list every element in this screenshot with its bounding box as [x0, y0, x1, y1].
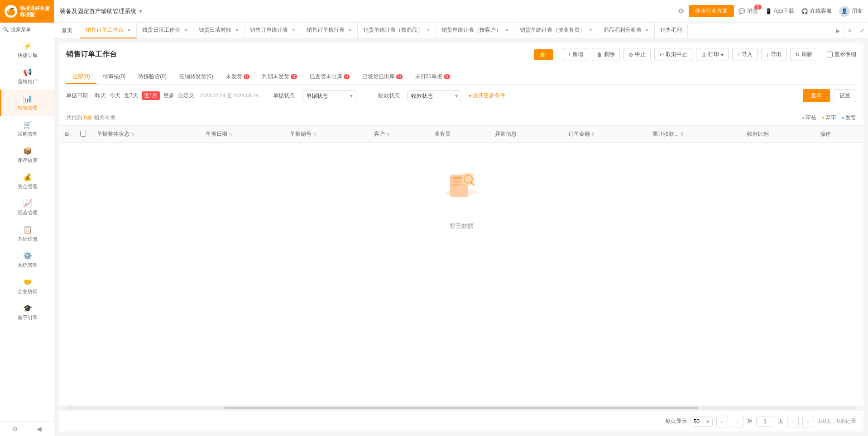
page-input[interactable] — [756, 417, 774, 427]
export-btn[interactable]: ↓ 导出 — [761, 48, 786, 61]
tab-sales-by-product[interactable]: 销货单统计表（按商品） ✕ — [358, 23, 436, 38]
select-all-checkbox[interactable] — [80, 131, 86, 137]
scrollbar-thumb[interactable] — [224, 407, 698, 409]
sort-icon-number[interactable]: ⇅ — [313, 132, 317, 137]
date-custom[interactable]: 自定义 — [178, 92, 194, 100]
user-menu[interactable]: 👤 用友 — [839, 6, 863, 17]
print-btn[interactable]: 🖨 打印 ▾ — [696, 48, 729, 61]
last-page-btn[interactable]: » — [802, 416, 814, 427]
status-select[interactable]: 单据状态 — [302, 90, 356, 101]
payment-select[interactable]: 收款状态 — [407, 90, 461, 101]
prev-page-btn[interactable]: ‹ — [732, 416, 743, 427]
sort-icon-customer[interactable]: ⇅ — [386, 132, 390, 137]
tab-close-all-btn[interactable]: ✕ — [844, 23, 856, 39]
tab-gross-profit[interactable]: 商品毛利分析表 ✕ — [598, 23, 655, 38]
refresh-btn[interactable]: ↻ 刷新 — [790, 48, 817, 61]
sort-icon-status[interactable]: ⇅ — [131, 132, 134, 137]
sort-icon-amount[interactable]: ⇅ — [591, 132, 595, 137]
tab-fullscreen-btn[interactable]: ⤢ — [856, 23, 868, 39]
show-detail-checkbox[interactable] — [827, 52, 833, 57]
sidebar-item-operations[interactable]: 📈 经营管理 — [0, 194, 54, 221]
tab-cash-reconcile[interactable]: 钱货日清对账 ✕ — [193, 23, 245, 38]
tab-close-sales-exec[interactable]: ✕ — [348, 28, 352, 33]
sort-icon-date[interactable]: ⇅ — [229, 132, 232, 137]
filter-tab-wangpu[interactable]: 旺铺待发货(0) — [173, 70, 220, 84]
sidebar-item-inventory[interactable]: 📦 库存核算 — [0, 142, 54, 168]
sidebar-item-quick-nav[interactable]: ⚡ 快捷导航 — [0, 37, 54, 63]
delete-btn[interactable]: 🗑 删除 — [592, 48, 620, 61]
sidebar-item-basic[interactable]: 📋 基础信息 — [0, 221, 54, 247]
quick-ship-btn[interactable]: 发货 — [842, 114, 856, 122]
show-detail-toggle[interactable]: 显示明细 — [827, 51, 856, 58]
tab-sales-workbench[interactable]: 销售订单工作台 ✕ — [80, 23, 137, 38]
cancel-abort-btn[interactable]: ↩ 取消中止 — [654, 48, 692, 61]
settings-bottom-icon[interactable]: ⚙ — [12, 425, 18, 432]
collapse-icon[interactable]: ◀ — [37, 425, 42, 432]
col-customer: 客户⇅ — [369, 126, 428, 143]
tab-scroll-right-btn[interactable]: ▶ — [832, 23, 844, 39]
message-btn[interactable]: 💬 消息 6 — [739, 7, 758, 15]
date-today[interactable]: 今天 — [110, 92, 120, 100]
col-settings[interactable]: ⚙ — [59, 126, 75, 143]
sort-icon-collected[interactable]: ⇅ — [680, 132, 684, 137]
tab-close-sales-stats[interactable]: ✕ — [292, 28, 295, 33]
date-1month[interactable]: 近1月 — [142, 91, 160, 100]
tab-sales-exec[interactable]: 销售订单执行表 ✕ — [301, 23, 358, 38]
filter-tabs: 全部(0) 待审核(0) 待拣验货(0) 旺铺待发货(0) 未发货0 到期未发货… — [66, 70, 856, 85]
date-yesterday[interactable]: 昨天 — [95, 92, 106, 100]
tab-close-by-staff[interactable]: ✕ — [589, 28, 592, 33]
online-service-btn[interactable]: 🎧 在线客服 — [801, 7, 832, 15]
page-size-select[interactable]: 10 20 50 100 — [691, 417, 713, 427]
app-download-btn[interactable]: 📱 App下载 — [765, 7, 794, 15]
filter-tab-all[interactable]: 全部(0) — [66, 70, 96, 84]
tab-cash-daily[interactable]: 钱货日清工作台 ✕ — [137, 23, 193, 38]
tab-close-cash-daily[interactable]: ✕ — [184, 28, 187, 33]
sidebar-item-finance[interactable]: 💰 资金管理 — [0, 168, 54, 194]
filter-tab-pending-inspect[interactable]: 待拣验货(0) — [132, 70, 173, 84]
tab-sales-profit[interactable]: 销售毛利 — [655, 23, 688, 38]
sidebar-item-purchase[interactable]: 🛒 采购管理 — [0, 116, 54, 142]
tab-close-by-customer[interactable]: ✕ — [505, 28, 508, 33]
sidebar-item-collab[interactable]: 🤝 企业协同 — [0, 273, 54, 299]
industry-btn[interactable]: 体验行业方案 — [689, 5, 734, 17]
search-btn[interactable]: 查询 — [803, 89, 830, 102]
import-btn[interactable]: ↑ 导入 — [732, 48, 758, 61]
search-menu[interactable]: 🔍 搜索菜单 — [0, 23, 54, 37]
scrollbar-track — [66, 407, 856, 409]
topbar-gear-icon[interactable]: ⚙ — [678, 7, 684, 15]
col-checkbox[interactable] — [75, 126, 91, 143]
filter-tab-shipped-out[interactable]: 已发货已出库0 — [356, 70, 409, 84]
tab-home[interactable]: 首页 — [54, 23, 80, 38]
page-header: 销售订单工作台 ⭐ + 新增 🗑 删除 ⊘ 中止 — [59, 43, 863, 66]
settings-btn[interactable]: 设置 — [834, 89, 856, 102]
filter-tab-not-shipped[interactable]: 未发货0 — [220, 70, 256, 84]
next-page-btn[interactable]: › — [787, 416, 799, 427]
add-btn[interactable]: + 新增 — [563, 48, 588, 61]
sidebar-item-sales[interactable]: 📊 销售管理 — [0, 90, 54, 116]
tab-close-cash-reconcile[interactable]: ✕ — [235, 28, 239, 33]
filter-tab-shipped-not-out[interactable]: 已发货未出库0 — [303, 70, 356, 84]
filter-tab-pending-review[interactable]: 待审核(0) — [96, 70, 132, 84]
filter-tab-overdue[interactable]: 到期未发货0 — [256, 70, 303, 84]
sidebar-item-marketing[interactable]: 📢 营销推广 — [0, 63, 54, 90]
tab-sales-stats[interactable]: 销售订单统计表 ✕ — [245, 23, 301, 38]
empty-illustration — [439, 161, 484, 215]
tab-close-by-product[interactable]: ✕ — [427, 28, 430, 33]
horizontal-scrollbar[interactable] — [59, 405, 863, 411]
smart-generate-btn[interactable]: ⭐ — [534, 49, 553, 60]
sidebar-item-guide[interactable]: 🎓 新手引导 — [0, 299, 54, 326]
first-page-btn[interactable]: « — [716, 416, 728, 427]
quick-cancel-audit-btn[interactable]: 弃审 — [822, 114, 836, 122]
system-icon: ⚙️ — [23, 251, 32, 260]
tab-sales-by-customer[interactable]: 销货单统计表（按客户） ✕ — [436, 23, 514, 38]
filter-tab-not-printed[interactable]: 未打印单据0 — [409, 70, 456, 84]
abort-btn[interactable]: ⊘ 中止 — [623, 48, 651, 61]
tab-close-sales-workbench[interactable]: ✕ — [127, 28, 131, 33]
tab-close-gross-profit[interactable]: ✕ — [645, 28, 649, 33]
tab-sales-by-staff[interactable]: 销货单统计表（按业务员） ✕ — [514, 23, 598, 38]
sidebar-item-system[interactable]: ⚙️ 系统管理 — [0, 247, 54, 273]
date-7days[interactable]: 近7天 — [124, 92, 138, 100]
date-more[interactable]: 更多 — [163, 92, 174, 100]
quick-audit-btn[interactable]: 审核 — [802, 114, 816, 122]
expand-more-btn[interactable]: ▾ 展开更多条件 — [469, 92, 505, 100]
